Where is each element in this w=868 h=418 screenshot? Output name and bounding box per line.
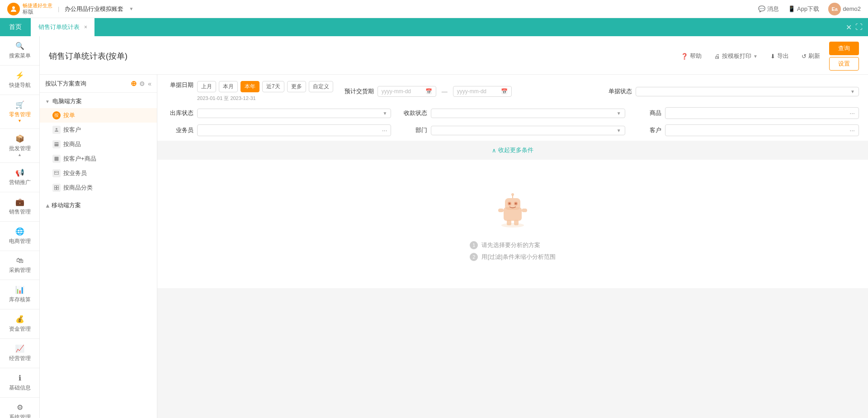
scheme-panel-header: 按以下方案查询 ⊕ ⚙ « (40, 75, 157, 93)
print-button[interactable]: 🖨 按模板打印 ▼ (711, 50, 761, 62)
scheme-panel-icons: ⊕ ⚙ « (131, 79, 151, 88)
customer-dots: ··· (849, 127, 855, 134)
sidebar-item-operation[interactable]: 📈 经营管理 (0, 339, 39, 368)
shipment-select[interactable]: ▼ (197, 109, 391, 118)
status-label: 单据状态 (605, 87, 632, 95)
date-label: 单据日期 (166, 81, 193, 89)
date-quick-buttons: 上月 本月 本年 近7天 更多 自定义 (197, 81, 333, 92)
svg-rect-11 (57, 188, 59, 190)
svg-point-17 (509, 203, 510, 204)
logo-text: 畅捷通好生意 标版 (23, 3, 52, 15)
date-btn-custom[interactable]: 自定义 (309, 81, 333, 92)
sidebar-item-search[interactable]: 🔍 搜索菜单 (0, 36, 39, 66)
date-btn-7days[interactable]: 近7天 (262, 81, 284, 92)
settings-scheme-icon[interactable]: ⚙ (139, 80, 145, 87)
date-btn-last-month[interactable]: 上月 (197, 81, 216, 92)
system-icon: ⚙ (17, 403, 23, 412)
sidebar-item-system[interactable]: ⚙ 系统管理 (0, 398, 39, 418)
refresh-icon: ↺ (802, 53, 807, 60)
mobile-scheme-header[interactable]: ▶ 移动端方案 (40, 199, 157, 212)
scheme-item-by-goods[interactable]: 按商品 (40, 137, 157, 152)
expected-date-start[interactable]: yyyy-mm-dd 📅 (377, 86, 436, 97)
empty-tips: 1 请先选择要分析的方案 2 用[过滤]条件来缩小分析范围 (470, 241, 555, 261)
message-button[interactable]: 💬 消息 (758, 5, 779, 13)
status-select[interactable]: ▼ (636, 87, 859, 96)
window-expand-icon[interactable]: ⛶ (855, 23, 863, 31)
scheme-item-by-order[interactable]: 按 按单 (40, 108, 157, 123)
breadcrumb-dropdown-icon[interactable]: ▼ (129, 6, 133, 11)
scheme-item-by-category[interactable]: 按商品分类 (40, 180, 157, 195)
customer-label: 客户 (634, 126, 661, 134)
query-button[interactable]: 查询 (829, 42, 859, 55)
sidebar-item-purchase[interactable]: 🛍 采购管理 (0, 251, 39, 280)
help-button[interactable]: ❓ 帮助 (677, 50, 705, 62)
payment-select[interactable]: ▼ (431, 109, 625, 118)
scheme-item-by-customer-goods[interactable]: 按客户+商品 (40, 152, 157, 166)
export-button[interactable]: ⬇ 导出 (767, 50, 793, 62)
salesperson-select[interactable]: ··· (197, 124, 391, 136)
svg-point-18 (515, 203, 517, 204)
main-layout: 🔍 搜索菜单 ⚡ 快捷导航 🛒 零售管理 ▼ 📦 批发管理 ▲ 📢 营销推广 💼… (0, 36, 868, 418)
sidebar-item-inventory[interactable]: 📊 库存核算 (0, 280, 39, 309)
print-icon: 🖨 (714, 53, 720, 60)
two-panel: 按以下方案查询 ⊕ ⚙ « ▼ 电脑端方案 按 按单 (40, 75, 868, 418)
wholesale-icon: 📦 (15, 134, 24, 143)
sidebar-item-ecommerce[interactable]: 🌐 电商管理 (0, 222, 39, 251)
payment-dropdown-icon: ▼ (617, 111, 621, 116)
collapse-scheme-icon[interactable]: « (148, 80, 151, 87)
content-area: 销售订单统计表(按单) ❓ 帮助 🖨 按模板打印 ▼ ⬇ 导出 ↺ 刷新 (40, 36, 868, 418)
window-close-icon[interactable]: ✕ (846, 23, 852, 32)
sidebar-item-marketing[interactable]: 📢 营销推广 (0, 163, 39, 192)
top-header: 畅捷通好生意 标版 | 办公用品行业模拟账套 ▼ 💬 消息 📱 App下载 Ea… (0, 0, 868, 18)
customer-select[interactable]: ··· (665, 124, 859, 136)
add-scheme-icon[interactable]: ⊕ (131, 79, 137, 88)
finance-icon: 💰 (15, 315, 24, 323)
tip-1-text: 请先选择要分析的方案 (481, 241, 540, 249)
svg-point-0 (12, 6, 15, 9)
sidebar-item-wholesale[interactable]: 📦 批发管理 ▲ (0, 129, 39, 163)
by-customer-icon (52, 126, 61, 134)
refresh-button[interactable]: ↺ 刷新 (798, 50, 824, 62)
app-download-button[interactable]: 📱 App下载 (788, 5, 819, 13)
date-btn-more[interactable]: 更多 (287, 81, 306, 92)
collapse-bar[interactable]: ∧ 收起更多条件 (157, 141, 868, 160)
department-filter: 部门 ▼ (400, 126, 625, 135)
mobile-scheme-group: ▶ 移动端方案 (40, 197, 157, 214)
shipment-filter: 出库状态 ▼ (166, 109, 391, 118)
svg-rect-9 (57, 186, 59, 188)
filter-panel: 单据日期 上月 本月 本年 近7天 更多 自定义 20 (157, 75, 868, 418)
expected-date-label: 预计交货期 (342, 87, 374, 95)
tip-2-num: 2 (470, 253, 478, 261)
tab-sales-order[interactable]: 销售订单统计表 × (31, 18, 94, 36)
empty-tip-1: 1 请先选择要分析的方案 (470, 241, 555, 249)
sidebar-item-retail[interactable]: 🛒 零售管理 ▼ (0, 95, 39, 129)
svg-rect-4 (55, 157, 59, 161)
sidebar-item-finance[interactable]: 💰 资金管理 (0, 309, 39, 339)
basic-icon: ℹ (19, 374, 21, 382)
department-select[interactable]: ▼ (431, 126, 625, 135)
desktop-group-header[interactable]: ▼ 电脑端方案 (40, 95, 157, 108)
user-menu[interactable]: Ea demo2 (828, 3, 861, 15)
date-range-dash: — (440, 88, 449, 95)
download-icon: 📱 (788, 5, 795, 12)
date-filter: 单据日期 上月 本月 本年 近7天 更多 自定义 20 (166, 81, 333, 102)
tab-home[interactable]: 首页 (0, 18, 31, 36)
collapse-icon: ∧ (492, 147, 496, 154)
settings-button[interactable]: 设置 (829, 57, 859, 71)
page-actions: ❓ 帮助 🖨 按模板打印 ▼ ⬇ 导出 ↺ 刷新 查询 (677, 42, 859, 71)
svg-rect-21 (498, 209, 504, 212)
payment-filter: 收款状态 ▼ (400, 109, 625, 118)
sidebar-item-sales[interactable]: 💼 销售管理 (0, 192, 39, 222)
sidebar-item-basic[interactable]: ℹ 基础信息 (0, 368, 39, 398)
scheme-item-by-salesperson[interactable]: 按业务员 (40, 166, 157, 180)
salesperson-dots: ··· (382, 127, 387, 134)
goods-select[interactable]: ··· (665, 107, 859, 119)
svg-rect-24 (514, 220, 519, 225)
date-btn-this-year[interactable]: 本年 (241, 81, 259, 92)
logo-icon (7, 3, 20, 15)
date-btn-this-month[interactable]: 本月 (219, 81, 238, 92)
sidebar-item-nav[interactable]: ⚡ 快捷导航 (0, 66, 39, 95)
expected-date-end[interactable]: yyyy-mm-dd 📅 (453, 86, 512, 97)
tab-close-icon[interactable]: × (84, 24, 87, 30)
scheme-item-by-customer[interactable]: 按客户 (40, 123, 157, 137)
